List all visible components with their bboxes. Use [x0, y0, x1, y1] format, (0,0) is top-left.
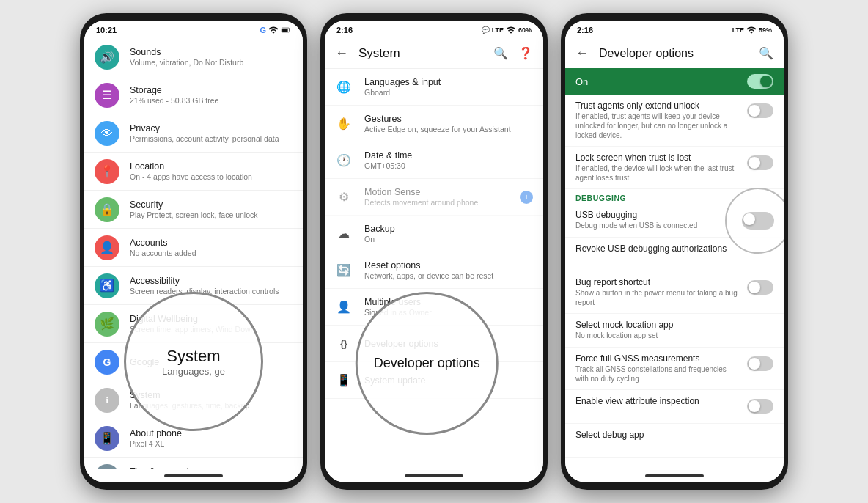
dev-item-trust[interactable]: Trust agents only extend unlock If enabl… [565, 95, 784, 147]
phone-3-screen: 2:16 LTE 59% ← Developer options 🔍 On Tr… [565, 21, 784, 482]
system-item-backup[interactable]: ☁ Backup On [325, 216, 543, 252]
update-title: System update [364, 375, 533, 386]
sounds-icon: 🔊 [95, 45, 119, 70]
gnss-toggle[interactable] [747, 356, 773, 371]
signal-icon-3 [746, 25, 757, 35]
status-bar-3: 2:16 LTE 59% [565, 21, 784, 38]
back-button-3[interactable]: ← [575, 45, 589, 61]
phone-1: 10:21 G 🔊 Sounds Volume, vibration, Do N… [80, 13, 307, 490]
digital-wellbeing-subtitle: Screen time, app timers, Wind Down [130, 325, 293, 334]
multiuser-title: Multiple users [364, 297, 533, 307]
developer-list: Trust agents only extend unlock If enabl… [565, 95, 784, 469]
viewattr-toggle[interactable] [747, 399, 773, 414]
svg-rect-2 [282, 29, 288, 32]
google-title: Google [130, 357, 293, 367]
settings-item-about[interactable]: 📱 About phone Pixel 4 XL [84, 419, 303, 458]
settings-item-accounts[interactable]: 👤 Accounts No accounts added [84, 229, 303, 267]
settings-item-storage[interactable]: ☰ Storage 21% used - 50.83 GB free [84, 76, 303, 114]
settings-item-google[interactable]: G Google [84, 343, 303, 381]
dev-item-lockscreen[interactable]: Lock screen when trust is lost If enable… [565, 147, 784, 189]
backup-icon: ☁ [335, 225, 353, 243]
nav-bar-2 [325, 469, 543, 482]
developer-header: ← Developer options 🔍 [565, 38, 784, 68]
system-item-languages[interactable]: 🌐 Languages & input Gboard [325, 69, 543, 106]
system-item-multiuser[interactable]: 👤 Multiple users Signed in as Owner [325, 289, 543, 326]
dev-item-revoke[interactable]: Revoke USB debugging authorizations [565, 238, 784, 271]
lte-icon-3: LTE [732, 26, 744, 34]
system-item-update[interactable]: 📱 System update [325, 362, 543, 399]
lte-icon: LTE [492, 26, 504, 34]
dev-item-mock[interactable]: Select mock location app No mock locatio… [565, 314, 784, 348]
system-title: System [130, 390, 293, 400]
mock-subtitle: No mock location app set [575, 331, 773, 340]
lockscreen-toggle[interactable] [747, 155, 773, 170]
settings-item-location[interactable]: 📍 Location On - 4 apps have access to lo… [84, 153, 303, 191]
settings-item-security[interactable]: 🔒 Security Play Protect, screen lock, fa… [84, 191, 303, 229]
bugreport-toggle[interactable] [747, 280, 773, 295]
dev-item-bugreport[interactable]: Bug report shortcut Show a button in the… [565, 271, 784, 314]
status-icons-1: G [260, 25, 291, 35]
reset-icon: 🔄 [335, 262, 353, 279]
battery-pct-3: 59% [759, 26, 772, 34]
nav-bar-3 [565, 469, 784, 482]
dev-item-usb[interactable]: USB debugging Debug mode when USB is con… [565, 204, 784, 238]
datetime-subtitle: GMT+05:30 [364, 161, 533, 170]
back-button-2[interactable]: ← [335, 45, 348, 61]
settings-item-accessibility[interactable]: ♿ Accessibility Screen readers, display,… [84, 267, 303, 305]
wifi-icon [268, 25, 279, 35]
settings-item-sounds[interactable]: 🔊 Sounds Volume, vibration, Do Not Distu… [84, 38, 303, 76]
backup-subtitle: On [364, 235, 533, 243]
accessibility-icon: ♿ [95, 273, 119, 298]
accounts-subtitle: No accounts added [130, 249, 293, 257]
about-icon: 📱 [95, 426, 119, 451]
developer-title: Developer options [364, 339, 533, 349]
accessibility-subtitle: Screen readers, display, interaction con… [130, 287, 293, 295]
backup-title: Backup [364, 224, 533, 234]
trust-toggle[interactable] [747, 103, 773, 118]
system-list: 🌐 Languages & input Gboard ✋ Gestures Ac… [325, 69, 543, 469]
datetime-icon: 🕐 [335, 152, 353, 169]
reset-subtitle: Network, apps, or device can be reset [364, 271, 533, 280]
time-3: 2:16 [577, 26, 593, 34]
accessibility-title: Accessibility [130, 276, 293, 286]
trust-title: Trust agents only extend unlock [575, 100, 741, 111]
dev-item-viewattr[interactable]: Enable view attribute inspection [565, 390, 784, 424]
search-button-2[interactable]: 🔍 [493, 46, 508, 60]
signal-icon [506, 25, 516, 35]
settings-item-digital-wellbeing[interactable]: 🌿 Digital Wellbeing Screen time, app tim… [84, 305, 303, 343]
mock-title: Select mock location app [575, 320, 773, 330]
dev-on-bar: On [565, 68, 784, 95]
revoke-title: Revoke USB debugging authorizations [575, 243, 773, 254]
dev-master-toggle[interactable] [747, 74, 773, 89]
battery-pct-2: 60% [518, 26, 532, 34]
settings-item-tips[interactable]: ? Tips & support Help articles, phone & … [84, 458, 303, 469]
help-button-2[interactable]: ❓ [518, 46, 533, 60]
system-item-datetime[interactable]: 🕐 Date & time GMT+05:30 [325, 142, 543, 179]
settings-list-1: 🔊 Sounds Volume, vibration, Do Not Distu… [84, 38, 303, 469]
lockscreen-subtitle: If enabled, the device will lock when th… [575, 164, 741, 183]
phone-3: 2:16 LTE 59% ← Developer options 🔍 On Tr… [561, 13, 788, 490]
settings-item-privacy[interactable]: 👁 Privacy Permissions, account activity,… [84, 114, 303, 153]
multiuser-subtitle: Signed in as Owner [364, 308, 533, 317]
languages-icon: 🌐 [335, 78, 353, 96]
info-dot-motion: i [520, 191, 533, 204]
status-bar-1: 10:21 G [84, 21, 303, 38]
settings-item-system[interactable]: ℹ System Languages, gestures, time, back… [84, 381, 303, 419]
system-item-developer[interactable]: {} Developer options [325, 326, 543, 362]
system-item-gestures[interactable]: ✋ Gestures Active Edge on, squeeze for y… [325, 106, 543, 142]
dev-item-debugapp[interactable]: Select debug app [565, 424, 784, 458]
system-item-reset[interactable]: 🔄 Reset options Network, apps, or device… [325, 252, 543, 289]
privacy-title: Privacy [130, 123, 293, 133]
system-item-motion[interactable]: ⚙ Motion Sense Detects movement around p… [325, 179, 543, 216]
location-icon: 📍 [95, 159, 119, 184]
search-button-3[interactable]: 🔍 [759, 46, 773, 60]
privacy-icon: 👁 [95, 121, 119, 146]
gestures-icon: ✋ [335, 115, 353, 133]
dev-item-gnss[interactable]: Force full GNSS measurements Track all G… [565, 348, 784, 390]
system-settings-icon: ℹ [95, 388, 119, 413]
usb-subtitle: Debug mode when USB is connected [575, 221, 741, 230]
debugapp-title: Select debug app [575, 430, 773, 440]
system-screen-header: ← System 🔍 ❓ [325, 38, 543, 69]
storage-icon: ☰ [95, 83, 119, 108]
header-icons-2: 🔍 ❓ [493, 46, 533, 60]
